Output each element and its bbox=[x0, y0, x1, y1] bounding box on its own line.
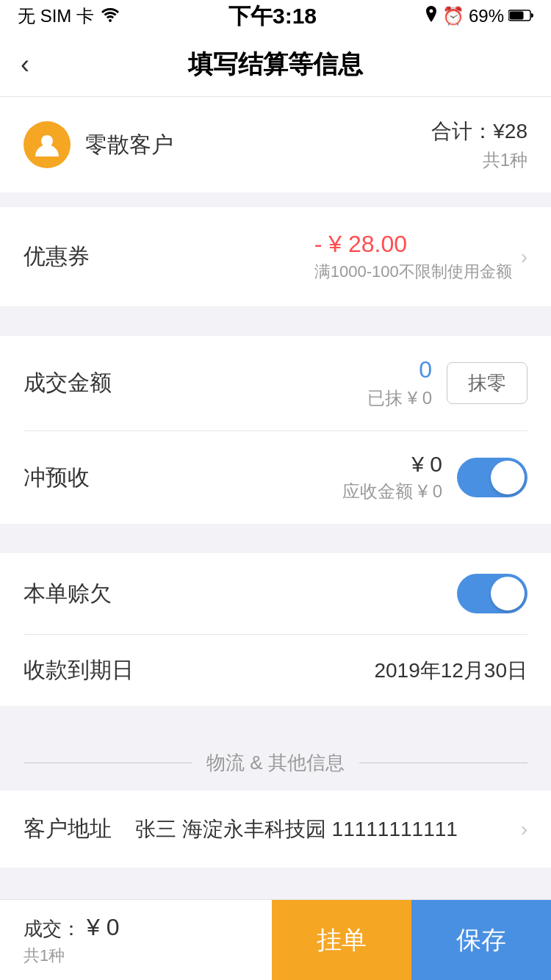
customer-left: 零散客户 bbox=[24, 121, 173, 168]
deal-amount-value: 0 bbox=[419, 356, 432, 383]
total-count: 共1种 bbox=[431, 148, 527, 172]
coupon-row[interactable]: 优惠券 - ¥ 28.00 满1000-100不限制使用金额 › bbox=[0, 207, 551, 306]
battery-icon bbox=[508, 6, 533, 26]
round-off-button[interactable]: 抹零 bbox=[447, 362, 527, 404]
save-button[interactable]: 保存 bbox=[411, 900, 551, 981]
bottom-deal-count: 共1种 bbox=[24, 945, 248, 967]
due-date-row: 收款到期日 2019年12月30日 bbox=[0, 635, 551, 706]
separator-1 bbox=[0, 321, 551, 336]
address-row[interactable]: 客户地址 张三 海淀永丰科技园 11111111111 › bbox=[0, 790, 551, 868]
page-title: 填写结算等信息 bbox=[188, 48, 363, 82]
nav-bar: ‹ 填写结算等信息 bbox=[0, 32, 551, 97]
deal-amount-values: 0 已抹 ¥ 0 bbox=[367, 356, 432, 410]
address-section[interactable]: 客户地址 张三 海淀永丰科技园 11111111111 › bbox=[0, 790, 551, 868]
total-amount: 合计：¥28 bbox=[431, 118, 527, 145]
wifi-icon bbox=[100, 6, 120, 26]
prepaid-sub: 应收金额 ¥ 0 bbox=[342, 480, 442, 503]
separator-2 bbox=[0, 538, 551, 553]
customer-avatar bbox=[24, 121, 71, 168]
address-chevron-icon: › bbox=[521, 818, 527, 841]
debt-right bbox=[457, 574, 527, 613]
customer-row: 零散客户 合计：¥28 共1种 bbox=[0, 97, 551, 192]
prepaid-right: ¥ 0 应收金额 ¥ 0 bbox=[342, 452, 527, 503]
coupon-amount: - ¥ 28.00 bbox=[314, 231, 512, 258]
logistics-title: 物流 & 其他信息 bbox=[206, 750, 345, 776]
coupon-right: - ¥ 28.00 满1000-100不限制使用金额 › bbox=[314, 231, 527, 283]
prepaid-toggle-thumb bbox=[491, 461, 525, 494]
logistics-header: 物流 & 其他信息 bbox=[0, 735, 551, 790]
back-button[interactable]: ‹ bbox=[21, 49, 29, 80]
customer-right: 合计：¥28 共1种 bbox=[431, 118, 527, 172]
deal-amount-right: 0 已抹 ¥ 0 抹零 bbox=[367, 356, 527, 410]
deal-amount-section: 成交金额 0 已抹 ¥ 0 抹零 冲预收 ¥ 0 应收 bbox=[0, 336, 551, 524]
hang-button[interactable]: 挂单 bbox=[272, 900, 411, 981]
header-line-right bbox=[359, 763, 527, 763]
debt-section: 本单赊欠 收款到期日 2019年12月30日 bbox=[0, 553, 551, 706]
coupon-desc: 满1000-100不限制使用金额 bbox=[314, 261, 512, 283]
address-value: 张三 海淀永丰科技园 11111111111 bbox=[135, 815, 497, 843]
deal-amount-label: 成交金额 bbox=[24, 368, 112, 398]
deal-amount-row: 成交金额 0 已抹 ¥ 0 抹零 bbox=[0, 336, 551, 430]
status-bar: 无 SIM 卡 下午3:18 ⏰ 69% bbox=[0, 0, 551, 32]
user-icon bbox=[32, 130, 62, 159]
address-label: 客户地址 bbox=[24, 814, 112, 844]
debt-toggle-thumb bbox=[491, 577, 525, 610]
coupon-info: - ¥ 28.00 满1000-100不限制使用金额 bbox=[314, 231, 512, 283]
debt-toggle[interactable] bbox=[457, 574, 527, 613]
due-date-label: 收款到期日 bbox=[24, 655, 134, 685]
chevron-right-icon: › bbox=[521, 245, 527, 269]
debt-label: 本单赊欠 bbox=[24, 579, 112, 609]
bottom-bar: 成交： ¥ 0 共1种 挂单 保存 bbox=[0, 899, 551, 980]
status-right: ⏰ 69% bbox=[425, 6, 533, 26]
coupon-section[interactable]: 优惠券 - ¥ 28.00 满1000-100不限制使用金额 › bbox=[0, 207, 551, 306]
bottom-deal-amount: ¥ 0 bbox=[87, 914, 119, 941]
alarm-icon: ⏰ bbox=[442, 6, 464, 26]
deal-amount-sub: 已抹 ¥ 0 bbox=[367, 386, 432, 410]
debt-toggle-track bbox=[457, 574, 527, 613]
bottom-summary: 成交： ¥ 0 共1种 bbox=[0, 914, 272, 967]
header-line-left bbox=[24, 763, 192, 763]
bottom-deal-row: 成交： ¥ 0 bbox=[24, 914, 248, 942]
prepaid-values: ¥ 0 应收金额 ¥ 0 bbox=[342, 452, 442, 503]
prepaid-toggle[interactable] bbox=[457, 458, 527, 497]
due-date-value: 2019年12月30日 bbox=[374, 657, 527, 685]
sim-status: 无 SIM 卡 bbox=[18, 4, 94, 28]
customer-name: 零散客户 bbox=[85, 130, 173, 160]
customer-section: 零散客户 合计：¥28 共1种 bbox=[0, 97, 551, 192]
prepaid-toggle-track bbox=[457, 458, 527, 497]
coupon-label: 优惠券 bbox=[24, 242, 90, 272]
prepaid-row: 冲预收 ¥ 0 应收金额 ¥ 0 bbox=[0, 431, 551, 524]
bottom-deal-label: 成交： bbox=[24, 916, 81, 942]
debt-row: 本单赊欠 bbox=[0, 553, 551, 634]
separator-4 bbox=[0, 882, 551, 897]
prepaid-label: 冲预收 bbox=[24, 463, 90, 493]
separator-3 bbox=[0, 721, 551, 735]
status-left: 无 SIM 卡 bbox=[18, 4, 120, 28]
location-icon bbox=[425, 6, 438, 26]
content: 零散客户 合计：¥28 共1种 优惠券 - ¥ 28.00 满1000-100不… bbox=[0, 97, 551, 980]
svg-rect-1 bbox=[509, 12, 523, 20]
status-time: 下午3:18 bbox=[228, 1, 317, 32]
prepaid-amount: ¥ 0 bbox=[411, 452, 442, 476]
battery-level: 69% bbox=[469, 6, 504, 26]
